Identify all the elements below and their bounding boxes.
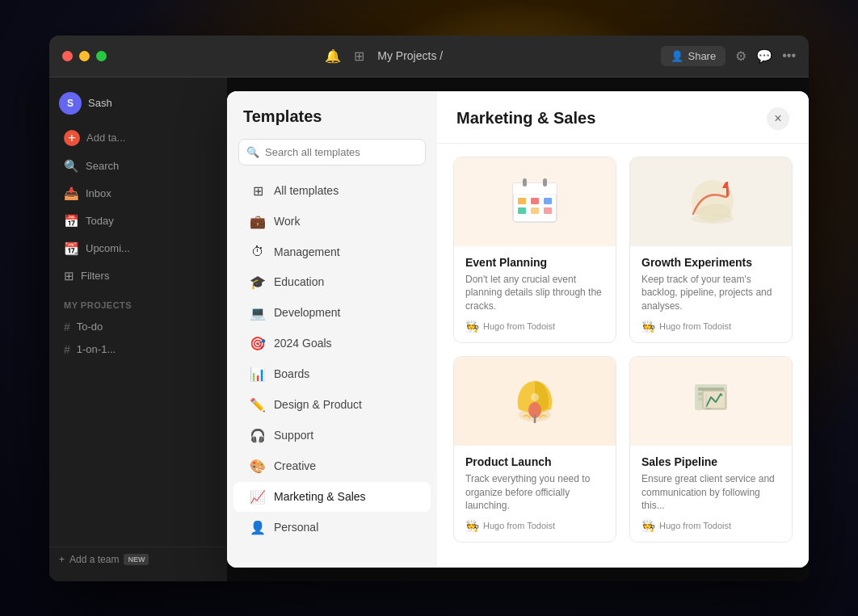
personal-icon: 👤: [250, 520, 266, 535]
card-author-product-launch: 🧑‍🍳 Hugo from Todoist: [465, 519, 604, 532]
app-content: S Sash + Add ta... 🔍 Search 📥 Inbox 📅: [49, 78, 809, 581]
card-desc-growth-experiments: Keep track of your team's backlog, pipel…: [641, 273, 780, 313]
card-author-growth-experiments: 🧑‍🍳 Hugo from Todoist: [641, 320, 780, 333]
hash-icon: #: [64, 321, 70, 333]
main-content: Templates 🔍 ⊞ All templates: [227, 78, 809, 581]
author-avatar-icon: 🧑‍🍳: [465, 320, 479, 333]
sidebar-item-search[interactable]: 🔍 Search: [54, 153, 222, 179]
modal-overlay: Templates 🔍 ⊞ All templates: [227, 78, 809, 581]
add-team-button[interactable]: + Add a team NEW: [59, 554, 217, 565]
modal-header: Marketing & Sales ×: [437, 91, 809, 144]
author-avatar-icon-2: 🧑‍🍳: [641, 320, 655, 333]
creative-icon: 🎨: [250, 459, 266, 474]
svg-rect-9: [544, 207, 552, 214]
project-item-one-on-one[interactable]: # 1-on-1...: [54, 339, 222, 360]
template-card-product-launch[interactable]: Product Launch Track everything you need…: [453, 356, 616, 543]
modal-right-panel: Marketing & Sales ×: [437, 91, 809, 568]
search-box: 🔍: [238, 139, 426, 166]
template-card-sales-pipeline[interactable]: Sales Pipeline Ensure great client servi…: [629, 356, 793, 543]
close-traffic-light[interactable]: [62, 51, 73, 61]
close-button[interactable]: ×: [767, 107, 789, 130]
all-templates-icon: ⊞: [250, 183, 266, 199]
svg-rect-11: [543, 178, 547, 186]
card-author-event-planning: 🧑‍🍳 Hugo from Todoist: [465, 320, 604, 333]
card-desc-sales-pipeline: Ensure great client service and communic…: [641, 472, 780, 513]
sidebar-user: S Sash: [49, 87, 227, 119]
add-task-button[interactable]: + Add ta...: [54, 124, 222, 152]
filter-icon[interactable]: ⚙: [735, 48, 747, 64]
card-desc-product-launch: Track everything you need to organize be…: [465, 472, 604, 513]
templates-modal: Templates 🔍 ⊞ All templates: [227, 91, 809, 568]
card-title-growth-experiments: Growth Experiments: [641, 256, 780, 269]
sidebar-item-education[interactable]: 🎓 Education: [233, 267, 431, 297]
svg-rect-8: [531, 207, 539, 214]
inbox-icon: 📥: [64, 186, 79, 201]
template-card-event-planning[interactable]: Event Planning Don't let any crucial eve…: [453, 157, 616, 343]
layout-icon[interactable]: ⊞: [354, 48, 364, 64]
card-image-sales-pipeline: [630, 357, 792, 446]
filters-icon: ⊞: [64, 269, 74, 283]
sidebar-item-all-templates[interactable]: ⊞ All templates: [233, 176, 431, 206]
sidebar-item-filters[interactable]: ⊞ Filters: [54, 263, 222, 289]
hash-icon-2: #: [64, 343, 70, 356]
card-body-event-planning: Event Planning Don't let any crucial eve…: [454, 246, 616, 342]
sidebar-item-today[interactable]: 📅 Today: [54, 208, 222, 234]
sidebar-item-development[interactable]: 💻 Development: [233, 298, 431, 328]
nav-list: ⊞ All templates 💼 Work ⏱ Management: [227, 175, 437, 551]
svg-rect-5: [531, 198, 539, 204]
card-title-product-launch: Product Launch: [465, 455, 604, 468]
mac-window: 🔔 ⊞ My Projects / 👤 Share ⚙ 💬 ••• S Sas: [49, 36, 809, 581]
sidebar-item-boards[interactable]: 📊 Boards: [233, 359, 431, 389]
avatar: S: [59, 92, 82, 115]
sidebar-item-upcoming[interactable]: 📆 Upcomi...: [54, 236, 222, 262]
svg-rect-2: [513, 191, 557, 195]
maximize-traffic-light[interactable]: [96, 51, 107, 61]
minimize-traffic-light[interactable]: [79, 51, 90, 61]
development-icon: 💻: [250, 305, 266, 321]
sidebar-item-creative[interactable]: 🎨 Creative: [233, 451, 431, 481]
title-bar-right: 👤 Share ⚙ 💬 •••: [661, 46, 796, 66]
project-item-todo[interactable]: # To-do: [54, 316, 222, 337]
card-body-product-launch: Product Launch Track everything you need…: [454, 446, 616, 542]
svg-rect-7: [518, 207, 526, 214]
svg-rect-6: [544, 198, 552, 204]
share-button[interactable]: 👤 Share: [661, 46, 726, 66]
marketing-icon: 📈: [250, 489, 266, 505]
work-icon: 💼: [250, 214, 266, 229]
modal-title: Templates: [227, 107, 437, 139]
search-input[interactable]: [238, 139, 426, 166]
sidebar-username: Sash: [88, 97, 112, 109]
svg-rect-4: [518, 198, 526, 204]
card-author-sales-pipeline: 🧑‍🍳 Hugo from Todoist: [641, 519, 780, 532]
modal-left-panel: Templates 🔍 ⊞ All templates: [227, 91, 437, 568]
sidebar-item-design-product[interactable]: ✏️ Design & Product: [233, 390, 431, 420]
add-team-plus-icon: +: [59, 554, 65, 565]
sidebar-item-2024-goals[interactable]: 🎯 2024 Goals: [233, 329, 431, 358]
card-image-event-planning: [454, 157, 616, 246]
sidebar-item-marketing-sales[interactable]: 📈 Marketing & Sales: [233, 482, 431, 512]
window-title: My Projects /: [377, 49, 443, 62]
sidebar-item-work[interactable]: 💼 Work: [233, 207, 431, 237]
design-icon: ✏️: [250, 397, 266, 413]
sidebar-item-management[interactable]: ⏱ Management: [233, 237, 431, 266]
today-icon: 📅: [64, 214, 79, 228]
sidebar-item-personal[interactable]: 👤 Personal: [233, 513, 431, 543]
comment-icon[interactable]: 💬: [756, 48, 772, 64]
svg-point-19: [531, 393, 539, 401]
education-icon: 🎓: [250, 274, 266, 290]
author-avatar-icon-3: 🧑‍🍳: [465, 519, 479, 532]
close-icon: ×: [774, 111, 781, 126]
card-desc-event-planning: Don't let any crucial event planning det…: [465, 273, 604, 313]
more-icon[interactable]: •••: [782, 48, 796, 63]
sidebar-item-inbox[interactable]: 📥 Inbox: [54, 181, 222, 207]
title-bar: 🔔 ⊞ My Projects / 👤 Share ⚙ 💬 •••: [49, 36, 809, 78]
template-card-growth-experiments[interactable]: Growth Experiments Keep track of your te…: [629, 157, 793, 343]
card-body-growth-experiments: Growth Experiments Keep track of your te…: [630, 246, 792, 342]
search-icon: 🔍: [64, 159, 79, 174]
desktop: 🔔 ⊞ My Projects / 👤 Share ⚙ 💬 ••• S Sas: [0, 0, 858, 616]
sidebar-item-support[interactable]: 🎧 Support: [233, 421, 431, 450]
card-title-sales-pipeline: Sales Pipeline: [641, 455, 780, 468]
card-image-growth-experiments: [630, 157, 792, 246]
bell-icon[interactable]: 🔔: [325, 48, 341, 64]
modal-section-title: Marketing & Sales: [456, 109, 595, 128]
